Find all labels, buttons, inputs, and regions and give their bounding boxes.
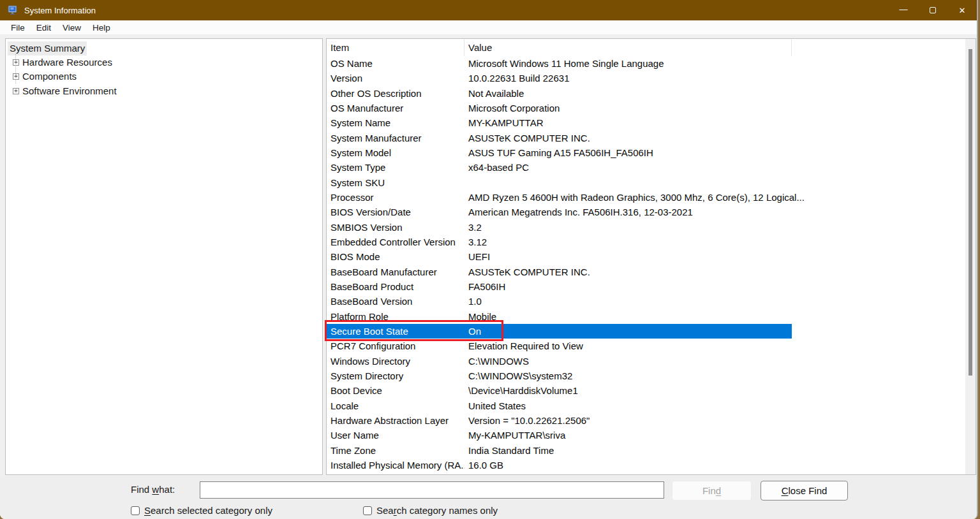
table-row[interactable]: System Directory C:\WINDOWS\system32 — [327, 369, 965, 383]
table-row[interactable]: SMBIOS Version 3.2 — [327, 220, 965, 235]
tree-item-system-summary[interactable]: System Summary — [6, 41, 322, 55]
column-header-value[interactable]: Value — [464, 40, 792, 56]
row-value-label: x64-based PC — [464, 162, 965, 173]
table-row[interactable]: Other OS Description Not Available — [327, 86, 965, 101]
row-item-label: System SKU — [327, 177, 464, 188]
expand-plus-icon[interactable]: + — [13, 88, 19, 94]
table-row[interactable]: Locale United States — [327, 398, 965, 413]
find-button[interactable]: Find — [672, 481, 752, 501]
table-row[interactable]: User Name My-KAMPUTTAR\sriva — [327, 428, 965, 442]
row-item-label: System Name — [327, 117, 464, 128]
row-value-label: UEFI — [464, 251, 965, 262]
row-value-label: 3.12 — [464, 237, 965, 247]
row-value-label: Elevation Required to View — [464, 340, 965, 351]
row-value-label: 16.0 GB — [464, 460, 965, 471]
row-value-label: C:\WINDOWS — [464, 356, 965, 367]
row-item-label: BaseBoard Manufacturer — [327, 267, 464, 277]
row-value-label: Not Available — [464, 88, 965, 99]
table-row[interactable]: BIOS Mode UEFI — [327, 249, 965, 264]
row-item-label: BIOS Mode — [327, 251, 464, 262]
table-row[interactable]: BaseBoard Product FA506IH — [327, 279, 965, 294]
table-row[interactable]: Hardware Abstraction Layer Version = "10… — [327, 413, 965, 428]
row-item-label: System Manufacturer — [327, 133, 464, 143]
table-row[interactable]: Windows Directory C:\WINDOWS — [327, 354, 965, 369]
table-row[interactable]: BaseBoard Version 1.0 — [327, 294, 965, 309]
row-item-label: Platform Role — [327, 311, 464, 322]
expand-plus-icon[interactable]: + — [13, 73, 19, 80]
search-category-names-checkbox[interactable]: Search category names only — [363, 505, 498, 516]
table-row[interactable]: OS Manufacturer Microsoft Corporation — [327, 101, 965, 115]
table-row[interactable]: System Model ASUS TUF Gaming A15 FA506IH… — [327, 145, 965, 160]
maximize-icon[interactable] — [918, 0, 947, 20]
row-item-label: Time Zone — [327, 445, 464, 456]
table-row[interactable]: Installed Physical Memory (RA... 16.0 GB — [327, 458, 965, 472]
minimize-icon[interactable]: — — [889, 0, 918, 20]
table-row[interactable]: BaseBoard Manufacturer ASUSTeK COMPUTER … — [327, 265, 965, 279]
row-item-label: BIOS Version/Date — [327, 207, 464, 217]
row-item-label: Windows Directory — [327, 356, 464, 367]
category-tree-pane: System Summary + Hardware Resources + Co… — [5, 38, 323, 475]
expand-plus-icon[interactable]: + — [13, 59, 19, 66]
table-row[interactable]: Embedded Controller Version 3.12 — [327, 235, 965, 249]
table-row[interactable]: Boot Device \Device\HarddiskVolume1 — [327, 383, 965, 398]
tree-item-software-environment[interactable]: + Software Environment — [6, 84, 322, 98]
table-row[interactable]: BIOS Version/Date American Megatrends In… — [327, 205, 965, 219]
table-row[interactable]: System Name MY-KAMPUTTAR — [327, 115, 965, 130]
row-value-label: \Device\HarddiskVolume1 — [464, 385, 965, 396]
menu-item[interactable]: View — [57, 20, 87, 34]
row-value-label: Version = "10.0.22621.2506" — [464, 415, 965, 426]
scrollbar-thumb[interactable] — [969, 49, 972, 376]
row-value-label: Mobile — [464, 311, 965, 322]
find-what-label: Find what: — [131, 484, 175, 495]
checkbox-unchecked-icon[interactable] — [363, 506, 372, 515]
checkbox-unchecked-icon[interactable] — [131, 506, 140, 515]
close-icon[interactable]: ✕ — [947, 0, 977, 20]
row-value-label: Microsoft Windows 11 Home Single Languag… — [464, 58, 965, 69]
column-header-item[interactable]: Item — [327, 40, 464, 56]
row-item-label: Version — [327, 73, 464, 84]
row-item-label: PCR7 Configuration — [327, 340, 464, 351]
row-value-label: ASUSTeK COMPUTER INC. — [464, 133, 965, 143]
table-row[interactable]: Processor AMD Ryzen 5 4600H with Radeon … — [327, 190, 965, 205]
find-input[interactable] — [200, 481, 664, 499]
list-header: Item Value — [327, 39, 976, 56]
row-value-label: 10.0.22631 Build 22631 — [464, 73, 965, 84]
row-value-label: Microsoft Corporation — [464, 103, 965, 113]
menu-item[interactable]: Edit — [31, 20, 57, 34]
tree-item-components[interactable]: + Components — [6, 69, 322, 84]
row-item-label: System Directory — [327, 370, 464, 381]
row-value-label: On — [464, 326, 792, 337]
tree-item-hardware-resources[interactable]: + Hardware Resources — [6, 55, 322, 69]
row-item-label: Secure Boot State — [327, 326, 464, 337]
search-selected-category-checkbox[interactable]: Search selected category only — [131, 505, 272, 516]
window-title: System Information — [24, 6, 96, 15]
row-item-label: OS Manufacturer — [327, 103, 464, 113]
row-item-label: System Model — [327, 147, 464, 158]
category-tree: System Summary + Hardware Resources + Co… — [6, 39, 322, 98]
table-row[interactable]: Secure Boot State On — [327, 324, 792, 339]
menu-item[interactable]: Help — [87, 20, 116, 34]
titlebar: System Information — ✕ — [0, 0, 977, 20]
detail-list-pane: Item Value OS Name Microsoft Windows 11 … — [326, 38, 976, 475]
row-item-label: Other OS Description — [327, 88, 464, 99]
system-information-window: System Information — ✕ FileEditViewHelp … — [0, 0, 978, 519]
system-information-icon — [8, 5, 18, 15]
row-value-label: United States — [464, 400, 965, 411]
table-row[interactable]: Version 10.0.22631 Build 22631 — [327, 71, 965, 85]
close-find-button[interactable]: Close Find — [761, 481, 848, 501]
table-row[interactable]: Platform Role Mobile — [327, 309, 965, 324]
row-value-label: ASUSTeK COMPUTER INC. — [464, 267, 965, 277]
table-row[interactable]: System Type x64-based PC — [327, 160, 965, 175]
row-item-label: BaseBoard Product — [327, 281, 464, 292]
row-item-label: Boot Device — [327, 385, 464, 396]
table-body: OS Name Microsoft Windows 11 Home Single… — [327, 56, 965, 474]
table-row[interactable]: PCR7 Configuration Elevation Required to… — [327, 339, 965, 353]
menu-item[interactable]: File — [5, 20, 31, 34]
row-value-label: American Megatrends Inc. FA506IH.316, 12… — [464, 207, 965, 217]
vertical-scrollbar[interactable] — [965, 39, 976, 474]
table-row[interactable]: System Manufacturer ASUSTeK COMPUTER INC… — [327, 131, 965, 145]
row-value-label: AMD Ryzen 5 4600H with Radeon Graphics, … — [464, 192, 965, 203]
table-row[interactable]: Time Zone India Standard Time — [327, 443, 965, 458]
table-row[interactable]: OS Name Microsoft Windows 11 Home Single… — [327, 56, 965, 71]
table-row[interactable]: System SKU — [327, 175, 965, 190]
